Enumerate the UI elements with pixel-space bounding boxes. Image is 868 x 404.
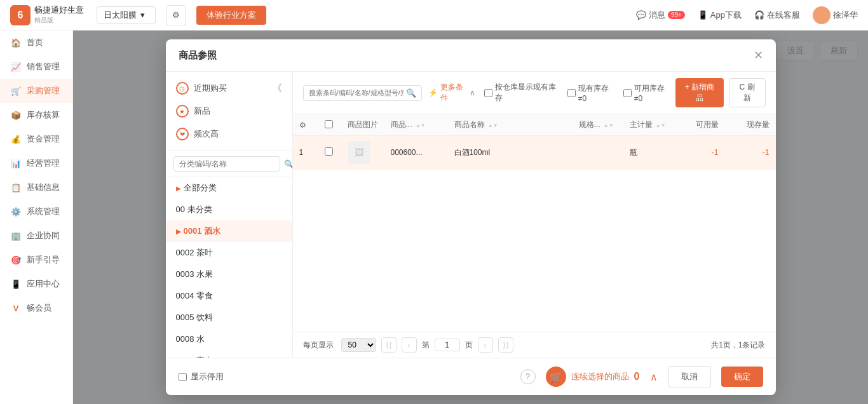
sidebar-item-vip[interactable]: V 畅会员 <box>0 296 72 320</box>
sidebar-item-basic[interactable]: 📋 基础信息 <box>0 175 72 199</box>
checkbox-stock-nonzero-input[interactable] <box>567 89 576 97</box>
category-search-input[interactable] <box>173 156 280 172</box>
sidebar-item-home[interactable]: 🏠 首页 <box>0 30 72 55</box>
row-checkbox[interactable] <box>325 147 333 156</box>
cat-item-0008[interactable]: 0008 水 <box>166 328 292 350</box>
cat-item-all[interactable]: ▶ 全部分类 <box>166 177 292 199</box>
th-spec[interactable]: 规格... ▲▼ <box>573 114 623 136</box>
add-product-btn[interactable]: + 新增商品 <box>675 78 724 107</box>
cat-item-0004[interactable]: 0004 零食 <box>166 285 292 307</box>
sidebar-item-corp[interactable]: 🏢 企业协同 <box>0 224 72 248</box>
purchase-icon: 🛒 <box>10 85 22 97</box>
headset-icon: 🎧 <box>754 10 764 20</box>
cat-item-0010[interactable]: 0010 家电 <box>166 350 292 358</box>
sidebar-item-finance[interactable]: 💰 资金管理 <box>0 127 72 151</box>
checkbox-avail-nonzero-input[interactable] <box>623 89 632 97</box>
page-input[interactable] <box>435 339 460 351</box>
avatar <box>813 6 831 24</box>
more-conditions-btn[interactable]: ⚡ 更多条件 ∧ <box>428 82 475 104</box>
sidebar-label-guide: 新手引导 <box>27 254 60 266</box>
th-name[interactable]: 商品名称 ▲▼ <box>448 114 573 136</box>
show-disabled-checkbox[interactable] <box>179 373 187 381</box>
th-checkbox[interactable] <box>318 114 341 136</box>
nav-frequent[interactable]: ❤ 频次高 <box>166 123 262 145</box>
cat-item-0005[interactable]: 0005 饮料 <box>166 307 292 328</box>
logo-icon: 6 <box>10 5 31 25</box>
sidebar-item-apps[interactable]: 📱 应用中心 <box>0 272 72 296</box>
cat-label-0002: 0002 茶叶 <box>176 247 214 259</box>
checkbox-stock-nonzero[interactable]: 现有库存≠0 <box>567 82 613 104</box>
cart-area[interactable]: 🛒 连续选择的商品 0 <box>546 367 640 387</box>
modal-close-button[interactable]: ✕ <box>754 48 763 62</box>
sidebar-item-system[interactable]: ⚙️ 系统管理 <box>0 199 72 224</box>
table-row[interactable]: 1 🖼 <box>293 136 776 170</box>
nav-recent[interactable]: ◷ 近期购买 <box>166 77 262 100</box>
th-name-label: 商品名称 <box>454 120 485 129</box>
show-disabled-label[interactable]: 显示停用 <box>179 371 224 382</box>
cell-avail: -1 <box>674 136 725 170</box>
cat-item-0003[interactable]: 0003 水果 <box>166 264 292 285</box>
message-btn[interactable]: 💬 消息 99+ <box>636 10 685 21</box>
app-download-btn[interactable]: 📱 App下载 <box>698 10 742 21</box>
message-badge: 99+ <box>668 11 685 19</box>
user-area[interactable]: 徐泽华 <box>813 6 858 24</box>
checkbox-avail-nonzero-label: 可用库存≠0 <box>634 83 669 103</box>
sidebar-label-corp: 企业协同 <box>27 230 60 241</box>
th-settings[interactable]: ⚙ <box>293 114 318 136</box>
sidebar-item-ops[interactable]: 📊 经营管理 <box>0 151 72 175</box>
product-search-icon[interactable]: 🔍 <box>406 88 416 98</box>
cell-stock: -1 <box>725 136 776 170</box>
sidebar-item-purchase[interactable]: 🛒 采购管理 <box>0 79 72 103</box>
category-search-icon[interactable]: 🔍 <box>284 159 293 169</box>
sort-name-icon[interactable]: ▲▼ <box>488 123 498 128</box>
cell-unit: 瓶 <box>623 136 674 170</box>
cart-label: 连续选择的商品 <box>571 371 629 382</box>
cart-collapse-btn[interactable]: ∧ <box>650 371 658 383</box>
sidebar-item-sales[interactable]: 📈 销售管理 <box>0 55 72 79</box>
prev-page-btn[interactable]: ‹ <box>402 337 417 353</box>
sidebar-item-inventory[interactable]: 📦 库存核算 <box>0 103 72 127</box>
cat-label-00: 00 未分类 <box>176 204 212 215</box>
cat-item-00[interactable]: 00 未分类 <box>166 199 292 220</box>
cell-check[interactable] <box>318 136 341 170</box>
th-stock[interactable]: 现存量 <box>725 114 776 136</box>
sidebar-item-guide[interactable]: 🎯 新手引导 <box>0 248 72 272</box>
chevron-down-icon: ▾ <box>140 10 145 20</box>
refresh-btn[interactable]: C 刷新 <box>729 78 766 107</box>
sort-spec-icon[interactable]: ▲▼ <box>604 123 614 128</box>
first-page-btn[interactable]: ⟨⟨ <box>381 337 397 353</box>
trial-button[interactable]: 体验行业方案 <box>196 6 266 25</box>
nav-new[interactable]: ★ 新品 <box>166 100 262 123</box>
th-unit[interactable]: 主计量 ▲▼ <box>623 114 674 136</box>
cat-arrow-all: ▶ <box>176 185 181 192</box>
cancel-button[interactable]: 取消 <box>668 366 711 387</box>
per-page-select[interactable]: 50 100 200 <box>341 338 376 352</box>
nav-new-label: 新品 <box>194 105 210 117</box>
system-icon: ⚙️ <box>10 206 22 217</box>
sidebar-label-system: 系统管理 <box>27 206 60 217</box>
select-all-checkbox[interactable] <box>325 120 333 128</box>
help-button[interactable]: ? <box>520 369 536 384</box>
message-label: 消息 <box>649 10 665 21</box>
sort-unit-icon[interactable]: ▲▼ <box>656 123 666 128</box>
store-selector[interactable]: 日太阳膜 ▾ <box>97 6 156 24</box>
cat-item-0001[interactable]: ▶ 0001 酒水 <box>166 220 292 242</box>
th-avail[interactable]: 可用量 <box>674 114 725 136</box>
th-code[interactable]: 商品... ▲▼ <box>384 114 448 136</box>
gear-button[interactable]: ⚙ <box>166 5 186 25</box>
online-service-btn[interactable]: 🎧 在线客服 <box>754 10 800 21</box>
checkbox-avail-nonzero[interactable]: 可用库存≠0 <box>623 82 669 104</box>
product-search-input[interactable] <box>309 89 403 97</box>
finance-icon: 💰 <box>10 133 22 145</box>
last-page-btn[interactable]: ⟩⟩ <box>498 337 513 353</box>
left-collapse-btn[interactable]: 《 <box>262 77 292 100</box>
confirm-button[interactable]: 确定 <box>721 367 763 387</box>
username: 徐泽华 <box>833 10 858 21</box>
sort-code-icon[interactable]: ▲▼ <box>416 123 426 128</box>
filter-icon: ⚡ <box>428 88 438 97</box>
checkbox-warehouse[interactable]: 按仓库显示现有库存 <box>484 82 557 104</box>
table-settings-icon[interactable]: ⚙ <box>299 121 306 130</box>
cat-item-0002[interactable]: 0002 茶叶 <box>166 242 292 264</box>
checkbox-warehouse-input[interactable] <box>484 89 492 97</box>
next-page-btn[interactable]: › <box>478 337 493 353</box>
